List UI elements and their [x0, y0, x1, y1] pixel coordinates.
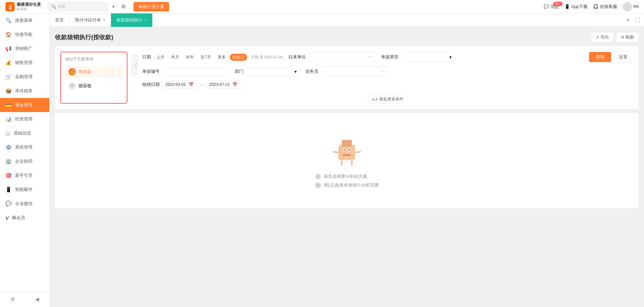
industry-btn[interactable]: 体验行业方案: [133, 2, 169, 11]
sidebar-label-hardware: 智能硬件: [15, 187, 33, 193]
sidebar-item-sales[interactable]: 💰 销售管理: [0, 56, 49, 70]
dept-select[interactable]: ▾: [246, 67, 300, 76]
settings-btn[interactable]: 设置: [613, 52, 633, 62]
sidebar-item-marketing[interactable]: 📢 营销推广: [0, 42, 49, 56]
dropdown-icon[interactable]: ▾: [111, 4, 116, 9]
settings-bottom-btn[interactable]: ⚙: [7, 294, 18, 304]
maximize-btn[interactable]: ⛶: [633, 16, 641, 24]
empty-tip-2-text: 用[过滤]条件来缩小分析范围: [324, 182, 378, 188]
tab-prepay-close[interactable]: ×: [103, 18, 105, 22]
search-box[interactable]: 🔍 搜索: [48, 2, 108, 11]
sidebar-item-search[interactable]: 🔍 搜索菜单: [0, 13, 49, 28]
tab-prepay[interactable]: 预付冲应付单 ×: [69, 13, 111, 27]
page-header: 收款核销执行(按收款) ↗ 导出 ↺ 刷新: [55, 32, 639, 42]
staff-more-btn[interactable]: ···: [381, 68, 385, 74]
sidebar-item-hardware[interactable]: 📱 智能硬件: [0, 183, 49, 197]
chevron-down-icon: ▾: [449, 55, 452, 60]
verify-date-end-input[interactable]: 2023-07-21 📅: [206, 81, 243, 89]
empty-illustration: [330, 133, 364, 167]
download-icon: 📱: [565, 4, 570, 9]
user-info[interactable]: Rit: [623, 2, 639, 11]
sidebar-label-member: 畅会员: [12, 215, 25, 221]
svg-point-4: [343, 149, 345, 151]
tab-collection-label: 收款核销执行: [116, 17, 143, 23]
wechat-icon: 💬: [5, 201, 12, 207]
main-layout: 🔍 搜索菜单 🏠 快捷导航 📢 营销推广 💰 销售管理 🛒 采购管理 📦 库存核…: [0, 13, 644, 307]
empty-tip-1-text: 请先选择要分析的方案: [324, 173, 367, 180]
guide-icon: 🎯: [5, 172, 12, 178]
filter-form: 日期 上月 本月 本年 近7天 更多 自定义 不限 至 2023-07-26: [142, 52, 633, 93]
tab-home[interactable]: 首页: [50, 13, 69, 27]
staff-input[interactable]: ···: [321, 66, 388, 76]
service-icon: 🎧: [593, 4, 598, 9]
export-btn[interactable]: ↗ 导出: [591, 32, 613, 42]
tab-collection-close[interactable]: ×: [145, 18, 147, 22]
query-btn[interactable]: 查询: [589, 52, 611, 62]
receivable-option-icon: ⏱: [68, 82, 76, 90]
collection-option-label: 按收款: [78, 69, 92, 75]
filter-left-title: 按以下方案查询: [65, 56, 123, 62]
tab-collection[interactable]: 收款核销执行 ×: [111, 13, 153, 27]
doc-no-input[interactable]: [162, 67, 229, 76]
sidebar-item-finance[interactable]: 💳 资金管理: [0, 98, 49, 112]
collapse-sidebar-btn[interactable]: ◀: [32, 294, 43, 304]
date-tag-custom[interactable]: 自定义: [230, 54, 247, 61]
counterpart-more-btn[interactable]: ···: [368, 54, 373, 60]
date-tag-this-month[interactable]: 本月: [168, 54, 182, 61]
hardware-icon: 📱: [5, 187, 12, 193]
sidebar-label-marketing: 营销推广: [15, 46, 33, 52]
filter-option-by-collection[interactable]: 💰 按收款: [65, 66, 123, 78]
refresh-icon: ↺: [621, 35, 624, 40]
app-download-btn[interactable]: 📱 App下载: [565, 4, 588, 10]
svg-line-7: [333, 152, 338, 153]
sidebar-item-wechat[interactable]: 💬 企业微信: [0, 197, 49, 211]
gear-icon[interactable]: ⚙: [119, 2, 128, 11]
content-area: 首页 预付冲应付单 × 收款核销执行 × ✕ ⛶ 收款核销执行(按收款): [50, 13, 644, 307]
doc-type-select[interactable]: ▾: [401, 53, 455, 62]
date-tag-last-month[interactable]: 上月: [154, 54, 167, 61]
verify-date-field: 核销日期 2023-03-01 📅 — 2023-07-21: [142, 81, 243, 89]
date-field: 日期 上月 本月 本年 近7天 更多 自定义 不限 至 2023-07-26: [142, 54, 283, 61]
sidebar-item-quick-nav[interactable]: 🏠 快捷导航: [0, 28, 49, 42]
date-tag-this-year[interactable]: 本年: [183, 54, 197, 61]
sidebar-item-operations[interactable]: 📊 经营管理: [0, 112, 49, 126]
customer-service-btn[interactable]: 🎧 在线客服: [593, 4, 617, 10]
verify-date-end-value: 2023-07-21: [209, 82, 230, 87]
search-menu-icon: 🔍: [5, 17, 12, 23]
calendar-end-icon[interactable]: 📅: [232, 82, 237, 87]
more-conditions-label: 收起更多条件: [379, 96, 404, 102]
date-tag-more[interactable]: 更多: [215, 54, 228, 61]
date-tag-7days[interactable]: 近7天: [198, 54, 214, 61]
filter-option-by-receivable[interactable]: ⏱ 按应收: [65, 80, 123, 92]
counterpart-input[interactable]: ···: [309, 52, 376, 62]
tip-num-1: 1: [315, 173, 321, 180]
top-bar: 🐰 畅捷通好生意 标准版 🔍 搜索 ▾ ⚙ 体验行业方案 💬 消息 99+ 📱 …: [0, 0, 644, 13]
sidebar-item-enterprise[interactable]: 🏢 企业协同: [0, 154, 49, 168]
sidebar-item-purchase[interactable]: 🛒 采购管理: [0, 70, 49, 84]
sidebar-item-guide[interactable]: 🎯 新手引导: [0, 168, 49, 183]
sales-icon: 💰: [5, 60, 12, 66]
sidebar-item-member[interactable]: V 畅会员: [0, 211, 49, 225]
app-download-label: App下载: [571, 4, 588, 10]
sidebar-item-basic[interactable]: 🗂 基础信息: [0, 126, 49, 140]
doc-no-label: 单据编号: [142, 68, 160, 74]
sidebar-item-system[interactable]: ⚙️ 系统管理: [0, 140, 49, 154]
refresh-btn[interactable]: ↺ 刷新: [616, 32, 639, 42]
filter-row-3: 核销日期 2023-03-01 📅 — 2023-07-21: [142, 81, 633, 89]
sidebar-label-search: 搜索菜单: [15, 17, 33, 23]
avatar: [623, 2, 632, 11]
sidebar-item-inventory[interactable]: 📦 库存核算: [0, 84, 49, 98]
dept-label: 部门: [235, 68, 244, 74]
sidebar-bottom: ⚙ ◀: [0, 291, 49, 307]
calendar-icon[interactable]: 📅: [189, 82, 194, 87]
marketing-icon: 📢: [5, 46, 12, 52]
brand-icon: 🐰: [5, 2, 15, 11]
verify-date-start-input[interactable]: 2023-03-01 📅: [162, 81, 199, 89]
close-window-btn[interactable]: ✕: [624, 16, 632, 24]
collapse-filter-btn[interactable]: 《: [131, 55, 138, 75]
messages-btn[interactable]: 💬 消息 99+: [544, 4, 559, 10]
counterpart-label: 往来单位: [288, 54, 306, 60]
sidebar-label-finance: 资金管理: [15, 102, 33, 108]
sidebar-label-wechat: 企业微信: [15, 201, 33, 207]
more-conditions-btn[interactable]: ∧∧ 收起更多条件: [368, 95, 408, 104]
